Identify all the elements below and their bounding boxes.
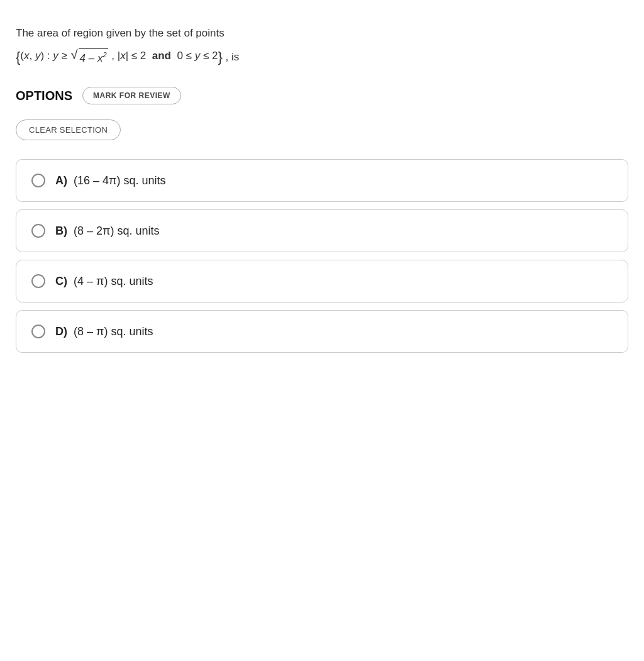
options-label: OPTIONS [16, 89, 72, 103]
trailing-text: , is [223, 48, 239, 67]
options-header: OPTIONS MARK FOR REVIEW [16, 87, 628, 104]
open-brace: { [16, 50, 20, 64]
radio-b[interactable] [31, 224, 45, 238]
radio-a[interactable] [31, 174, 45, 187]
sqrt-expression: √ 4 – x2 [71, 48, 108, 69]
option-c[interactable]: C) (4 – π) sq. units [16, 260, 628, 303]
option-d[interactable]: D) (8 – π) sq. units [16, 310, 628, 353]
option-b[interactable]: B) (8 – 2π) sq. units [16, 209, 628, 252]
option-a[interactable]: A) (16 – 4π) sq. units [16, 159, 628, 202]
option-c-text: C) (4 – π) sq. units [55, 275, 153, 288]
options-list: A) (16 – 4π) sq. units B) (8 – 2π) sq. u… [16, 159, 628, 353]
radio-d[interactable] [31, 325, 45, 338]
mark-for-review-button[interactable]: MARK FOR REVIEW [82, 87, 181, 104]
radio-c[interactable] [31, 274, 45, 288]
close-brace: } [218, 50, 222, 64]
question-section: The area of region given by the set of p… [16, 25, 628, 68]
option-d-text: D) (8 – π) sq. units [55, 325, 153, 338]
math-content: (x, y) : y ≥ √ 4 – x2 , |x| ≤ 2 and 0 ≤ … [20, 47, 218, 69]
question-math: { (x, y) : y ≥ √ 4 – x2 , |x| ≤ 2 and 0 … [16, 47, 628, 69]
option-b-text: B) (8 – 2π) sq. units [55, 225, 159, 238]
question-intro: The area of region given by the set of p… [16, 25, 628, 42]
option-a-text: A) (16 – 4π) sq. units [55, 174, 166, 187]
clear-selection-button[interactable]: CLEAR SELECTION [16, 119, 121, 140]
